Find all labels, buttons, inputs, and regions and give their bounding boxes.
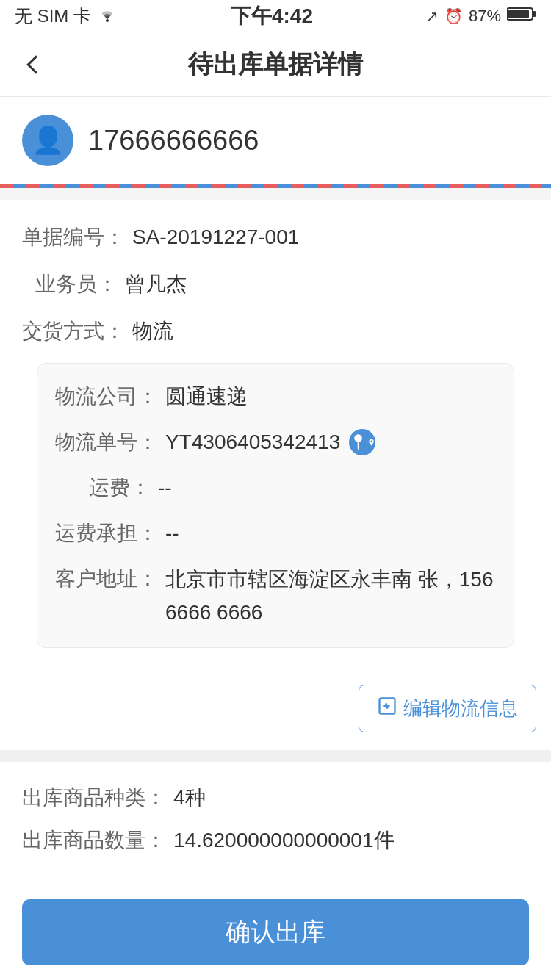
agent-value: 曾凡杰: [125, 269, 529, 300]
customer-header: 👤 17666666666: [0, 97, 551, 184]
edit-logistics-button[interactable]: 编辑物流信息: [359, 685, 536, 732]
tracking-location-icon[interactable]: [349, 429, 375, 455]
confirm-outbound-button[interactable]: 确认出库: [22, 899, 529, 965]
goods-quantity-value: 14.620000000000001件: [173, 826, 395, 854]
svg-rect-2: [533, 11, 536, 17]
order-no-value: SA-20191227-001: [132, 222, 529, 253]
delivery-row: 交货方式： 物流: [22, 316, 529, 347]
alarm-icon: ⏰: [444, 7, 463, 25]
delivery-value: 物流: [132, 316, 529, 347]
svg-point-0: [106, 19, 109, 22]
freight-value: --: [158, 472, 496, 503]
goods-quantity-label: 出库商品数量：: [22, 826, 173, 854]
address-value: 北京市市辖区海淀区永丰南 张，156 6666 6666: [165, 563, 496, 630]
page-title: 待出库单据详情: [188, 48, 363, 82]
battery-text: 87%: [469, 7, 501, 26]
freight-row: 运费： --: [55, 472, 496, 503]
edit-icon: [377, 696, 397, 721]
status-carrier: 无 SIM 卡: [15, 4, 118, 28]
nav-bar: 待出库单据详情: [0, 32, 551, 97]
confirm-btn-wrapper: 确认出库: [0, 884, 551, 980]
edit-btn-wrapper: 编辑物流信息: [0, 670, 551, 750]
status-bar: 无 SIM 卡 下午4:42 ↗ ⏰ 87%: [0, 0, 551, 32]
freight-label: 运费：: [55, 472, 158, 503]
freight-bearer-value: --: [165, 518, 496, 549]
logistics-tracking-label: 物流单号：: [55, 427, 165, 458]
customer-phone: 17666666666: [88, 125, 259, 156]
svg-rect-3: [508, 10, 529, 18]
goods-section: 出库商品种类： 4种 出库商品数量： 14.620000000000001件: [0, 762, 551, 876]
battery-icon: [507, 7, 536, 26]
order-no-label: 单据编号：: [22, 222, 132, 253]
carrier-text: 无 SIM 卡: [15, 4, 91, 28]
section-divider: [0, 750, 551, 762]
freight-bearer-label: 运费承担：: [55, 518, 165, 549]
order-info-section: 单据编号： SA-20191227-001 业务员： 曾凡杰 交货方式： 物流 …: [0, 200, 551, 670]
logistics-company-label: 物流公司：: [55, 381, 165, 412]
agent-label: 业务员：: [22, 269, 125, 300]
avatar: 👤: [22, 115, 73, 166]
edit-logistics-label: 编辑物流信息: [403, 696, 518, 721]
order-no-row: 单据编号： SA-20191227-001: [22, 222, 529, 253]
logistics-card: 物流公司： 圆通速递 物流单号： YT4306405342413 运费： -- …: [37, 363, 514, 648]
status-right: ↗ ⏰ 87%: [426, 7, 536, 26]
back-button[interactable]: [18, 46, 54, 83]
avatar-icon: 👤: [32, 125, 65, 156]
logistics-tracking-row: 物流单号： YT4306405342413: [55, 427, 496, 458]
agent-row: 业务员： 曾凡杰: [22, 269, 529, 300]
back-chevron-icon: [26, 55, 45, 73]
confirm-btn-label: 确认出库: [226, 918, 325, 945]
goods-quantity-row: 出库商品数量： 14.620000000000001件: [22, 826, 529, 854]
logistics-company-row: 物流公司： 圆通速递: [55, 381, 496, 412]
goods-types-label: 出库商品种类：: [22, 784, 173, 812]
freight-bearer-row: 运费承担： --: [55, 518, 496, 549]
logistics-tracking-value: YT4306405342413: [165, 427, 496, 458]
status-time: 下午4:42: [231, 2, 313, 30]
dashed-separator: [0, 184, 551, 188]
wifi-icon: [97, 6, 118, 26]
goods-types-row: 出库商品种类： 4种: [22, 784, 529, 812]
logistics-company-value: 圆通速递: [165, 381, 496, 412]
goods-types-value: 4种: [173, 784, 206, 812]
address-row: 客户地址： 北京市市辖区海淀区永丰南 张，156 6666 6666: [55, 563, 496, 630]
address-label: 客户地址：: [55, 563, 165, 594]
location-arrow-icon: ↗: [426, 7, 439, 25]
tracking-number-text: YT4306405342413: [165, 427, 340, 458]
delivery-label: 交货方式：: [22, 316, 132, 347]
